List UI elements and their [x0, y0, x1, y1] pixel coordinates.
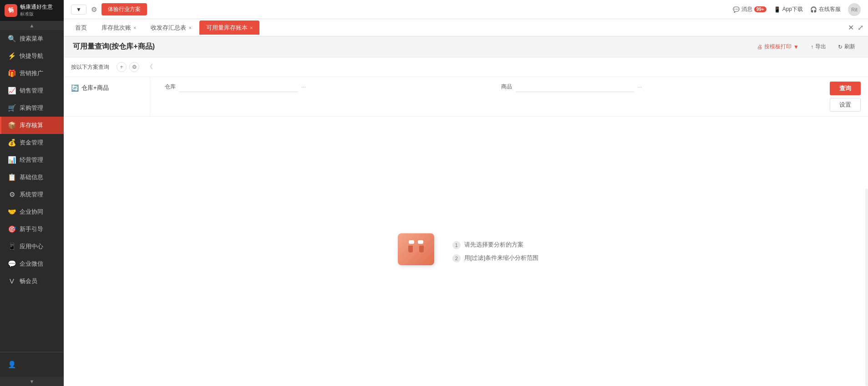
tab-close-batch-account[interactable]: ×	[133, 25, 136, 31]
empty-tip-2: 2 用[过滤]条件来缩小分析范围	[452, 254, 538, 262]
sidebar-item-bottom[interactable]: 👤	[0, 356, 64, 373]
header-settings-icon[interactable]: ⚙	[91, 5, 97, 14]
scheme-item-warehouse-product[interactable]: 🔄 仓库+商品	[64, 81, 150, 95]
sidebar-icon-finance: 💰	[8, 139, 16, 147]
sidebar-item-search[interactable]: 🔍 搜索菜单	[0, 30, 64, 47]
sidebar-header: 畅 畅康通好生意 标准版	[0, 0, 64, 21]
app-icon: 畅	[5, 4, 17, 17]
robot-face	[398, 233, 434, 244]
sidebar-icon-system: ⚙	[8, 190, 16, 199]
tab-batch-account[interactable]: 库存批次账×	[95, 21, 143, 35]
sidebar-label-system: 系统管理	[20, 190, 43, 199]
tip-text-1: 请先选择要分析的方案	[464, 241, 523, 249]
sidebar-item-purchase[interactable]: 🛒 采购管理	[0, 99, 64, 117]
sidebar-icon-inventory: 📦	[8, 121, 16, 129]
app-download-btn[interactable]: 📱 App下载	[774, 5, 803, 13]
tip-num-1: 1	[452, 241, 461, 249]
phone-icon: 📱	[774, 6, 781, 13]
add-scheme-btn[interactable]: +	[117, 62, 127, 72]
export-icon: ↑	[811, 44, 813, 50]
message-badge: 99+	[754, 6, 766, 12]
page-header: 可用量查询(按仓库+商品) 🖨 按模板打印 ▼ ↑ 导出 ↻ 刷新	[64, 36, 868, 57]
sidebar-item-enterprise[interactable]: 🤝 企业协同	[0, 203, 64, 221]
refresh-btn[interactable]: ↻ 刷新	[834, 41, 859, 52]
tab-close-collect-summary[interactable]: ×	[188, 25, 191, 31]
warehouse-input[interactable]	[179, 82, 298, 92]
sidebar-item-inventory[interactable]: 📦 库存核算	[0, 117, 64, 134]
close-tab-btn[interactable]: ✕	[848, 23, 854, 32]
sidebar-bottom: 👤	[0, 352, 64, 377]
settings-icon: ⚙	[132, 64, 137, 70]
sidebar-icon-search: 🔍	[8, 35, 16, 43]
empty-tip-1: 1 请先选择要分析的方案	[452, 241, 538, 249]
tab-collect-summary[interactable]: 收发存汇总表×	[144, 21, 198, 35]
dropdown-icon: ▼	[793, 44, 799, 50]
scheme-settings-btn[interactable]: ⚙	[129, 62, 139, 72]
empty-tips: 1 请先选择要分析的方案 2 用[过滤]条件来缩小分析范围	[452, 241, 538, 262]
online-service-btn[interactable]: 🎧 在线客服	[810, 5, 841, 13]
tab-close-available-stock[interactable]: ×	[250, 25, 253, 31]
main-area: ▼ ⚙ 体验行业方案 💬 消息 99+ 📱 App下载 🎧 在线客服 Rit	[64, 0, 868, 386]
sidebar-scroll-down[interactable]: ▼	[0, 377, 64, 386]
tabs-right: ✕ ⤢	[848, 23, 863, 32]
sidebar-item-shortcut[interactable]: ⚡ 快捷导航	[0, 47, 64, 65]
collapse-icon[interactable]: 《	[147, 63, 153, 71]
robot-legs	[398, 246, 434, 252]
tab-home[interactable]: 首页	[68, 21, 94, 35]
query-btn[interactable]: 查询	[830, 82, 861, 95]
product-more[interactable]: ···	[638, 84, 642, 90]
trial-btn[interactable]: 体验行业方案	[102, 3, 147, 15]
sidebar-item-wechat[interactable]: 💬 企业微信	[0, 255, 64, 273]
message-label: 消息	[741, 5, 752, 13]
sidebar-item-marketing[interactable]: 🎁 营销推广	[0, 65, 64, 82]
warehouse-more[interactable]: ···	[301, 84, 306, 90]
sidebar-label-marketing: 营销推广	[20, 69, 43, 77]
sidebar-item-apps[interactable]: 📱 应用中心	[0, 238, 64, 255]
sidebar-item-finance[interactable]: 💰 资金管理	[0, 134, 64, 151]
plus-icon: +	[120, 64, 123, 70]
export-btn[interactable]: ↑ 导出	[807, 41, 830, 52]
right-scrollbar	[865, 189, 868, 386]
sidebar-label-purchase: 采购管理	[20, 104, 43, 112]
sidebar-item-system[interactable]: ⚙ 系统管理	[0, 186, 64, 203]
sidebar-scroll-up[interactable]: ▲	[0, 21, 64, 30]
sidebar-icon-member: V	[8, 277, 16, 285]
template-print-label: 按模板打印	[764, 43, 792, 51]
scheme-icon: 🔄	[71, 84, 79, 92]
sidebar-item-basic[interactable]: 📋 基础信息	[0, 169, 64, 186]
sidebar-icon-enterprise: 🤝	[8, 208, 16, 216]
sidebar-item-newbie[interactable]: 🎯 新手引导	[0, 221, 64, 238]
query-fields: 仓库 ··· 商品 ···	[150, 77, 830, 116]
expand-tab-btn[interactable]: ⤢	[858, 23, 863, 32]
app-version: 标准版	[20, 11, 53, 17]
settings-btn[interactable]: 设置	[830, 98, 861, 112]
sidebar-item-operation[interactable]: 📊 经营管理	[0, 151, 64, 169]
header-left: ▼ ⚙ 体验行业方案	[71, 3, 147, 15]
workspace-dropdown[interactable]: ▼	[71, 5, 86, 15]
sidebar-icon-marketing: 🎁	[8, 69, 16, 77]
sidebar-label-apps: 应用中心	[20, 242, 43, 251]
filter-actions: + ⚙	[117, 62, 139, 72]
robot-eye-left	[409, 240, 414, 244]
empty-illustration	[393, 229, 439, 274]
app-name: 畅康通好生意	[20, 4, 53, 11]
sidebar-label-member: 畅会员	[20, 277, 37, 285]
sidebar-label-basic: 基础信息	[20, 173, 43, 181]
message-btn[interactable]: 💬 消息 99+	[733, 5, 766, 13]
online-service-label: 在线客服	[819, 5, 841, 13]
query-actions: 查询 设置	[830, 77, 868, 116]
robot-box	[398, 233, 434, 265]
template-print-btn[interactable]: 🖨 按模板打印 ▼	[753, 41, 802, 52]
product-input[interactable]	[516, 82, 634, 92]
sidebar-item-sales[interactable]: 📈 销售管理	[0, 82, 64, 99]
filter-bar: 按以下方案查询 + ⚙ 《	[64, 57, 868, 77]
tip-num-2: 2	[452, 254, 461, 262]
print-icon: 🖨	[757, 44, 762, 50]
app-download-label: App下载	[782, 5, 803, 13]
export-label: 导出	[815, 43, 826, 51]
user-avatar[interactable]: Rit	[848, 3, 861, 16]
tab-available-stock[interactable]: 可用量库存账本×	[199, 21, 259, 35]
sidebar-item-member[interactable]: V 畅会员	[0, 273, 64, 290]
field-row: 仓库 ··· 商品 ···	[157, 82, 822, 92]
sidebar-label-inventory: 库存核算	[20, 121, 43, 129]
